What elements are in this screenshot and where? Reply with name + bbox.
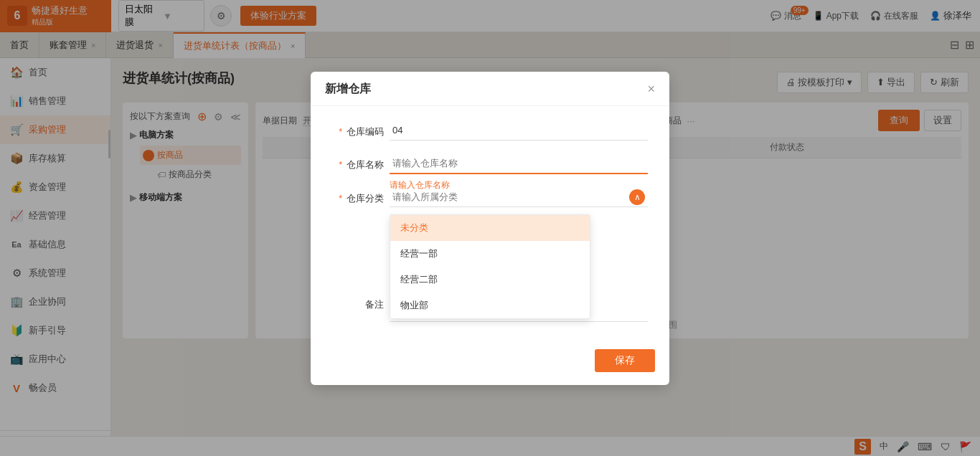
save-button[interactable]: 保存 bbox=[595, 349, 655, 372]
dropdown-item-ops1[interactable]: 经营一部 bbox=[390, 241, 590, 267]
code-form-row: * 仓库编码 bbox=[332, 120, 648, 141]
name-label: * 仓库名称 bbox=[332, 153, 390, 171]
name-input[interactable] bbox=[390, 153, 648, 174]
category-dropdown: 未分类 经营一部 经营二部 物业部 bbox=[390, 214, 590, 319]
notes-label: 备注 bbox=[332, 293, 390, 311]
dialog-close-button[interactable]: × bbox=[647, 82, 655, 97]
category-select-wrapper: ∧ 未分类 经营一部 经营二部 物业部 bbox=[390, 187, 648, 207]
dialog-body: * 仓库编码 * 仓库名称 请输入仓库名称 * 仓库分类 bbox=[311, 106, 669, 342]
dropdown-item-uncategorized[interactable]: 未分类 bbox=[390, 215, 590, 241]
name-form-row: * 仓库名称 请输入仓库名称 bbox=[332, 153, 648, 174]
category-input[interactable] bbox=[390, 187, 648, 207]
category-label: * 仓库分类 bbox=[332, 187, 390, 205]
add-warehouse-dialog: 新增仓库 × * 仓库编码 * 仓库名称 请输入仓库名称 bbox=[311, 72, 669, 385]
dialog-header: 新增仓库 × bbox=[311, 72, 669, 106]
modal-overlay: 新增仓库 × * 仓库编码 * 仓库名称 请输入仓库名称 bbox=[0, 0, 980, 456]
dropdown-item-ops2[interactable]: 经营二部 bbox=[390, 267, 590, 293]
category-arrow[interactable]: ∧ bbox=[629, 189, 645, 205]
code-input[interactable] bbox=[390, 120, 648, 141]
dialog-title: 新增仓库 bbox=[325, 82, 371, 97]
category-form-row: * 仓库分类 ∧ 未分类 经营一部 经营二部 物业部 bbox=[332, 187, 648, 207]
dropdown-item-property[interactable]: 物业部 bbox=[390, 293, 590, 318]
dialog-footer: 保存 bbox=[311, 342, 669, 385]
code-label: * 仓库编码 bbox=[332, 120, 390, 138]
